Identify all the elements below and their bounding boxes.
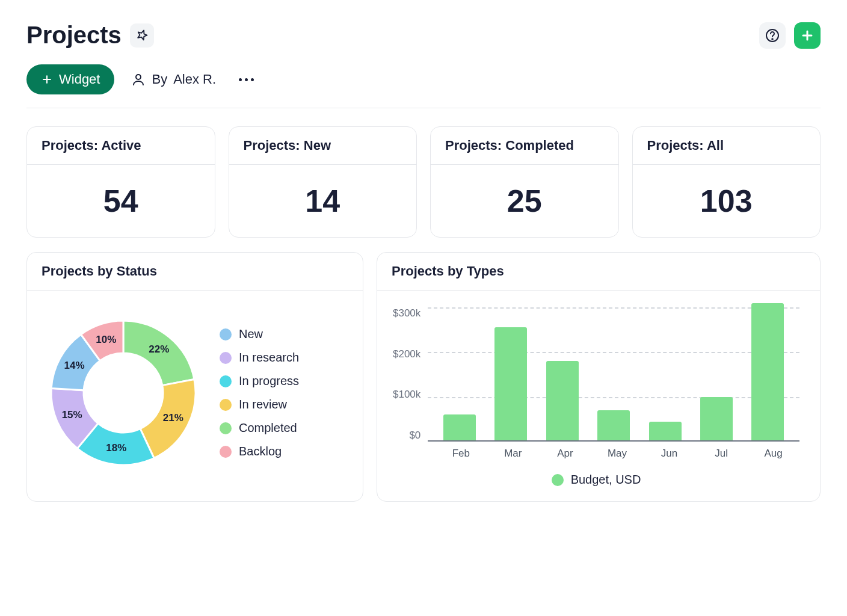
- divider: [26, 108, 821, 108]
- add-button[interactable]: [794, 22, 821, 49]
- pin-icon: [135, 29, 149, 42]
- status-chart-title: Projects by Status: [27, 253, 363, 291]
- donut-slice-label: 15%: [62, 409, 82, 421]
- donut-slice-label: 21%: [163, 412, 183, 424]
- x-tick-label: Aug: [757, 448, 790, 460]
- page-title: Projects: [26, 22, 122, 49]
- legend-color-swatch: [220, 352, 232, 364]
- y-tick-label: $300k: [393, 307, 420, 319]
- legend-item[interactable]: In progress: [220, 374, 299, 388]
- author-name: Alex R.: [173, 72, 216, 87]
- x-tick-label: May: [601, 448, 633, 460]
- legend-color-swatch: [220, 375, 232, 387]
- x-tick-label: Feb: [445, 448, 477, 460]
- types-chart-card: Projects by Types $300k$200k$100k$0 FebM…: [377, 252, 821, 502]
- x-tick-label: Jun: [653, 448, 686, 460]
- author-chip[interactable]: By Alex R.: [131, 72, 216, 87]
- pin-button[interactable]: [130, 23, 154, 48]
- status-chart-card: Projects by Status 22%21%18%15%14%10% Ne…: [26, 252, 363, 502]
- donut-slice-label: 14%: [64, 360, 84, 372]
- x-tick-label: Mar: [497, 448, 529, 460]
- legend-color-swatch: [220, 446, 232, 458]
- legend-label: Completed: [239, 421, 297, 435]
- legend-item[interactable]: In review: [220, 398, 299, 411]
- bar[interactable]: [700, 397, 733, 442]
- legend-color-swatch: [220, 328, 232, 340]
- stat-card[interactable]: Projects: New14: [229, 126, 417, 238]
- user-icon: [131, 72, 146, 87]
- stat-label: Projects: Active: [27, 127, 215, 165]
- stat-card[interactable]: Projects: Completed25: [430, 126, 619, 238]
- stat-value: 25: [431, 165, 618, 237]
- x-tick-label: Apr: [549, 448, 581, 460]
- y-tick-label: $100k: [393, 389, 420, 401]
- stat-label: Projects: New: [229, 127, 417, 165]
- stat-card[interactable]: Projects: All103: [632, 126, 821, 238]
- bar[interactable]: [443, 414, 476, 442]
- legend-color-swatch: [220, 399, 232, 411]
- help-icon: [765, 28, 780, 43]
- bar[interactable]: [751, 303, 784, 442]
- stat-label: Projects: All: [633, 127, 821, 165]
- stat-label: Projects: Completed: [431, 127, 618, 165]
- help-button[interactable]: [759, 22, 786, 49]
- bar[interactable]: [597, 410, 630, 442]
- types-chart-title: Projects by Types: [377, 253, 820, 291]
- legend-label: New: [239, 327, 263, 341]
- legend-label: Backlog: [239, 445, 282, 458]
- types-chart-legend-label: Budget, USD: [571, 473, 641, 487]
- donut-slice-label: 18%: [106, 442, 126, 454]
- legend-color-swatch: [552, 474, 564, 486]
- widget-button-label: Widget: [59, 72, 100, 87]
- legend-label: In review: [239, 398, 287, 411]
- dot-icon: [239, 78, 242, 81]
- legend-item[interactable]: In research: [220, 351, 299, 365]
- plus-icon: [800, 28, 815, 43]
- legend-label: In research: [239, 351, 299, 365]
- bar[interactable]: [649, 422, 682, 442]
- stat-card[interactable]: Projects: Active54: [26, 126, 215, 238]
- y-tick-label: $0: [409, 430, 420, 442]
- legend-label: In progress: [239, 374, 299, 388]
- x-tick-label: Jul: [705, 448, 738, 460]
- svg-point-1: [772, 38, 773, 40]
- dot-icon: [245, 78, 248, 81]
- donut-slice-label: 10%: [96, 334, 116, 346]
- widget-button[interactable]: Widget: [26, 64, 114, 94]
- dot-icon: [251, 78, 254, 81]
- plus-icon: [41, 73, 53, 85]
- legend-item[interactable]: New: [220, 327, 299, 341]
- stat-value: 14: [229, 165, 417, 237]
- bar[interactable]: [494, 327, 527, 442]
- author-prefix: By: [152, 72, 167, 87]
- legend-color-swatch: [220, 422, 232, 434]
- legend-item[interactable]: Backlog: [220, 445, 299, 458]
- stat-value: 54: [27, 165, 215, 237]
- stat-value: 103: [633, 165, 821, 237]
- types-chart-legend: Budget, USD: [393, 473, 799, 487]
- donut-slice-label: 22%: [149, 343, 169, 356]
- y-tick-label: $200k: [393, 348, 420, 360]
- svg-point-2: [136, 75, 141, 79]
- donut-chart: 22%21%18%15%14%10%: [45, 315, 202, 471]
- more-button[interactable]: [233, 75, 260, 85]
- legend-item[interactable]: Completed: [220, 421, 299, 435]
- bar[interactable]: [546, 361, 579, 442]
